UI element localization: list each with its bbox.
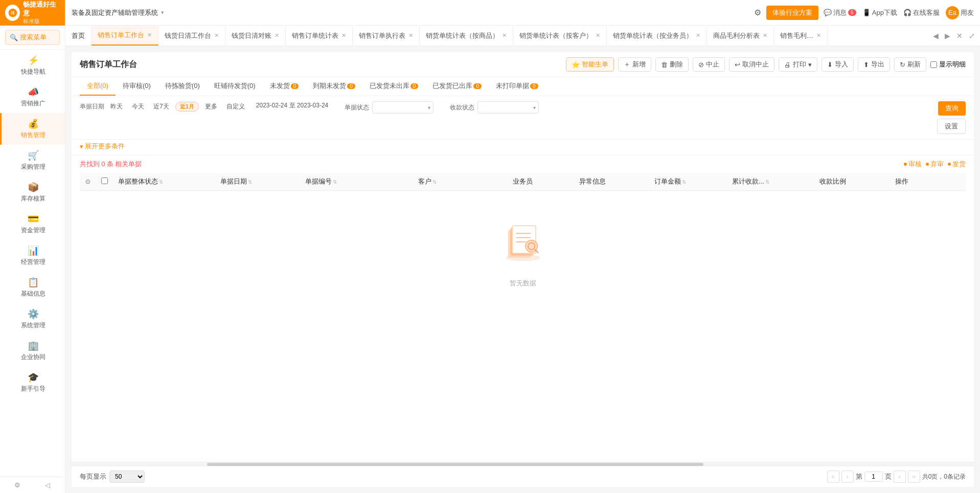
th-num-sort[interactable]: 单据编号 ⇅ xyxy=(305,177,337,186)
tab-close-sales-stat-staff[interactable]: ✕ xyxy=(696,32,700,39)
sub-tab-shipped-not-out[interactable]: 已发货未出库0 xyxy=(362,77,426,96)
page-input[interactable] xyxy=(864,472,883,482)
tab-close-all-button[interactable]: ✕ xyxy=(954,31,965,41)
date-opt-today[interactable]: 今天 xyxy=(129,101,147,112)
tab-close-cash-daily[interactable]: ✕ xyxy=(214,32,219,39)
smart-create-button[interactable]: ⭐ 智能生单 xyxy=(566,57,614,72)
print-button[interactable]: 🖨 打印 ▾ xyxy=(779,57,817,72)
sidebar-item-enterprise[interactable]: 🏢 企业协同 xyxy=(0,335,65,367)
sidebar-item-quick-nav[interactable]: ⚡ 快捷导航 xyxy=(0,50,65,81)
industry-solution-button[interactable]: 体验行业方案 xyxy=(766,6,818,20)
tab-close-sales-stat-product[interactable]: ✕ xyxy=(502,32,507,39)
collapse-button[interactable]: ◁ xyxy=(35,481,61,489)
payment-select[interactable] xyxy=(477,101,539,114)
status-select[interactable] xyxy=(372,101,434,114)
tab-sales-order-work[interactable]: 销售订单工作台 ✕ xyxy=(92,26,158,46)
date-opt-1month[interactable]: 近1月 xyxy=(175,102,199,111)
th-date-sort[interactable]: 单据日期 ⇅ xyxy=(220,177,252,186)
export-button[interactable]: ⬆ 导出 xyxy=(858,57,890,72)
sidebar-item-operations[interactable]: 📊 经营管理 xyxy=(0,240,65,272)
message-button[interactable]: 💬 消息 6 xyxy=(824,8,856,17)
stop-button[interactable]: ⊘ 中止 xyxy=(693,57,725,72)
th-amount-sort[interactable]: 订单金额 ⇅ xyxy=(654,177,686,186)
sidebar-item-inventory[interactable]: 📦 库存核算 xyxy=(0,176,65,208)
tab-sales-order-exec[interactable]: 销售订单执行表 ✕ xyxy=(353,26,420,46)
sidebar-item-finance[interactable]: 💳 资金管理 xyxy=(0,208,65,240)
sub-tab-all[interactable]: 全部(0) xyxy=(80,77,116,96)
th-status-sort[interactable]: 单据整体状态 ⇅ xyxy=(118,177,163,186)
sidebar-item-marketing[interactable]: 📣 营销推广 xyxy=(0,81,65,113)
horizontal-scrollbar[interactable] xyxy=(72,462,974,466)
tab-maximize-button[interactable]: ⤢ xyxy=(967,31,977,41)
sub-tab-pending-review[interactable]: 待审核(0) xyxy=(116,77,158,96)
add-button[interactable]: ＋ 新增 xyxy=(618,57,651,72)
app-download-button[interactable]: 📱 App下载 xyxy=(862,8,897,17)
tab-sales-stat-customer[interactable]: 销货单统计表（按客户） ✕ xyxy=(513,26,607,46)
settings-bottom-button[interactable]: ⚙ xyxy=(4,481,31,489)
tab-close-sales-order-work[interactable]: ✕ xyxy=(147,32,152,38)
tab-gross-profit[interactable]: 商品毛利分析表 ✕ xyxy=(707,26,774,46)
tab-sales-profit[interactable]: 销售毛利… ✕ xyxy=(774,26,828,46)
cancel-stop-button[interactable]: ↩ 取消中止 xyxy=(729,57,774,72)
import-button[interactable]: ⬇ 导入 xyxy=(822,57,854,72)
expand-filter-button[interactable]: ▾ 展开更多条件 xyxy=(80,142,966,151)
system-dropdown-icon[interactable]: ▾ xyxy=(161,9,164,16)
sub-tab-not-shipped[interactable]: 未发货0 xyxy=(263,77,306,96)
topbar-gear-button[interactable]: ⚙ xyxy=(754,8,761,17)
search-menu-button[interactable]: 🔍 搜索菜单 xyxy=(5,30,60,45)
payment-filter: 收款状态 xyxy=(450,101,539,114)
show-detail-checkbox[interactable] xyxy=(930,61,937,68)
page-last-button[interactable]: » xyxy=(908,470,920,483)
date-opt-custom[interactable]: 自定义 xyxy=(223,101,248,112)
online-service-button[interactable]: 🎧 在线客服 xyxy=(903,8,940,17)
date-opt-more[interactable]: 更多 xyxy=(202,101,220,112)
tab-prev-button[interactable]: ◀ xyxy=(931,31,941,41)
tab-close-sales-order-stat[interactable]: ✕ xyxy=(341,32,346,39)
tab-cash-reconcile[interactable]: 钱货日清对账 ✕ xyxy=(225,26,286,46)
shipped-not-out-badge: 0 xyxy=(411,83,419,89)
sub-tab-wangpu-pending[interactable]: 旺铺待发货(0) xyxy=(207,77,263,96)
scrollbar-thumb[interactable] xyxy=(207,463,703,466)
review-button[interactable]: 审核 xyxy=(904,160,922,169)
tab-cash-daily[interactable]: 钱货日清工作台 ✕ xyxy=(158,26,225,46)
tab-close-sales-profit[interactable]: ✕ xyxy=(816,32,821,39)
sidebar-item-purchase[interactable]: 🛒 采购管理 xyxy=(0,145,65,176)
date-opt-yesterday[interactable]: 昨天 xyxy=(107,101,126,112)
sidebar-item-basic-info[interactable]: 📋 基础信息 xyxy=(0,272,65,303)
tab-next-button[interactable]: ▶ xyxy=(943,31,952,41)
ship-button[interactable]: 发货 xyxy=(948,160,966,169)
per-page-select[interactable]: 50 10 20 100 xyxy=(109,470,145,483)
tab-sales-stat-staff[interactable]: 销货单统计表（按业务员） ✕ xyxy=(607,26,707,46)
th-collect-sort[interactable]: 累计收款... ⇅ xyxy=(732,177,769,186)
cancel-review-button[interactable]: 弃审 xyxy=(926,160,944,169)
filter-setting-button[interactable]: 设置 xyxy=(937,119,966,134)
sub-tab-not-printed[interactable]: 未打印单据0 xyxy=(489,77,545,96)
sidebar-item-system[interactable]: ⚙️ 系统管理 xyxy=(0,303,65,335)
refresh-button[interactable]: ↻ 刷新 xyxy=(894,57,926,72)
delete-button[interactable]: 🗑 删除 xyxy=(655,57,689,72)
th-settings-icon[interactable]: ⚙ xyxy=(85,178,91,186)
tab-sales-stat-product[interactable]: 销货单统计表（按商品） ✕ xyxy=(420,26,513,46)
sidebar-item-sales[interactable]: 💰 销售管理 xyxy=(0,113,65,145)
sub-tab-overdue-not-shipped[interactable]: 到期未发货0 xyxy=(306,77,362,96)
select-all-checkbox[interactable] xyxy=(101,177,108,184)
sub-tab-pending-check[interactable]: 待拣验货(0) xyxy=(158,77,207,96)
page-first-button[interactable]: « xyxy=(827,470,839,483)
tab-close-sales-order-exec[interactable]: ✕ xyxy=(408,32,413,39)
orders-table: ⚙ 单据整体状态 ⇅ xyxy=(80,173,966,191)
show-detail-label[interactable]: 显示明细 xyxy=(930,60,966,69)
tab-home[interactable]: 首页 xyxy=(65,26,92,46)
tab-sales-order-stat[interactable]: 销售订单统计表 ✕ xyxy=(286,26,353,46)
tab-close-sales-stat-customer[interactable]: ✕ xyxy=(596,32,600,39)
sidebar-item-guide[interactable]: 🎓 新手引导 xyxy=(0,367,65,398)
user-menu-button[interactable]: Ea 用友 xyxy=(946,6,974,19)
tab-close-cash-reconcile[interactable]: ✕ xyxy=(275,32,279,39)
date-opt-7days[interactable]: 近7天 xyxy=(150,101,172,112)
th-customer-sort[interactable]: 客户 ⇅ xyxy=(418,177,437,186)
th-customer: 客户 ⇅ xyxy=(413,173,508,191)
tab-close-gross-profit[interactable]: ✕ xyxy=(763,32,767,39)
page-next-button[interactable]: › xyxy=(894,470,906,483)
query-button[interactable]: 查询 xyxy=(938,101,966,116)
page-prev-button[interactable]: ‹ xyxy=(841,470,854,483)
sub-tab-shipped-out[interactable]: 已发货已出库0 xyxy=(425,77,489,96)
